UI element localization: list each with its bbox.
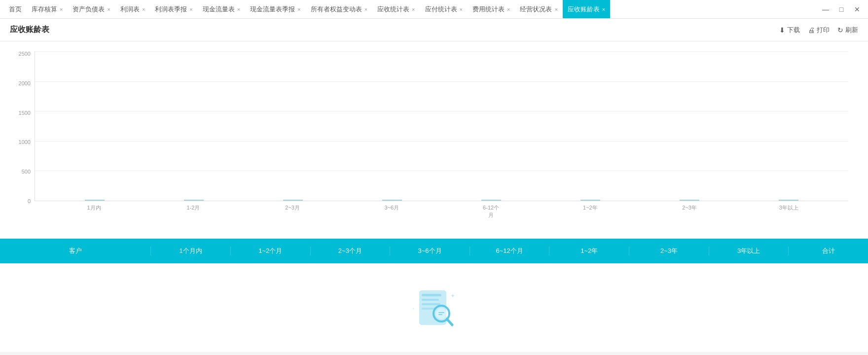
svg-text:✦: ✦	[450, 292, 455, 299]
tab-equity[interactable]: 所有者权益变动表 ×	[306, 0, 372, 19]
x-label-3: 2~3月	[283, 204, 302, 219]
tab-cashflow-quarterly[interactable]: 现金流量表季报 ×	[245, 0, 305, 19]
x-labels: 1月内 1-2月 2~3月 3~6月 6-12个月 1~2年 2~3年 3年以上	[35, 204, 848, 219]
refresh-button[interactable]: ↻ 刷新	[837, 26, 858, 35]
bar-group-1	[85, 200, 105, 201]
x-label-5: 6-12个月	[481, 204, 501, 219]
bar-2-3-year	[680, 200, 699, 201]
empty-state: ✦ ✦	[0, 263, 868, 352]
bar-3plus-year	[779, 200, 798, 201]
table-header: 客户 1个月内 1~2个月 2~3个月 3~6个月 6~12个月 1~2年 2~…	[0, 239, 868, 263]
tab-cashflow[interactable]: 现金流量表 ×	[198, 0, 245, 19]
close-operations[interactable]: ×	[554, 6, 557, 12]
close-receivable-stats[interactable]: ×	[412, 6, 415, 12]
tab-payable-stats[interactable]: 应付统计表 ×	[420, 0, 468, 19]
tab-expense-stats[interactable]: 费用统计表 ×	[468, 0, 515, 19]
bar-1-2-year	[580, 200, 600, 201]
main-content: 2500 2000 1500 1000 500 0	[0, 41, 868, 352]
x-label-7: 2~3年	[680, 204, 699, 219]
bar-1-2-month	[184, 200, 204, 201]
y-label-0: 0	[28, 199, 31, 204]
th-6-12month: 6~12个月	[470, 247, 550, 255]
close-inventory[interactable]: ×	[60, 6, 63, 12]
bar-1-month	[85, 200, 105, 201]
bar-group-5	[481, 200, 501, 201]
th-3-6month: 3~6个月	[390, 247, 470, 255]
chart-grid	[35, 51, 848, 201]
tab-profit[interactable]: 利润表 ×	[115, 0, 150, 19]
bars-row	[35, 51, 848, 201]
tab-aging[interactable]: 应收账龄表 ×	[563, 0, 610, 19]
y-label-500: 500	[22, 169, 31, 175]
download-icon: ⬇	[779, 26, 785, 34]
y-axis: 2500 2000 1500 1000 500 0	[10, 51, 35, 204]
bar-group-7	[680, 200, 699, 201]
refresh-icon: ↻	[837, 26, 843, 34]
close-cashflow-quarterly[interactable]: ×	[297, 6, 300, 12]
print-icon: 🖨	[808, 26, 815, 34]
svg-text:✦: ✦	[412, 307, 415, 311]
tab-inventory[interactable]: 库存核算 ×	[27, 0, 68, 19]
svg-line-7	[447, 319, 452, 325]
close-aging[interactable]: ×	[602, 6, 605, 12]
close-profit-quarterly[interactable]: ×	[189, 6, 192, 12]
svg-point-6	[436, 308, 447, 319]
close-profit[interactable]: ×	[142, 6, 145, 12]
x-label-6: 1~2年	[580, 204, 600, 219]
page-title: 应收账龄表	[10, 25, 49, 35]
close-cashflow[interactable]: ×	[237, 6, 240, 12]
tab-receivable-stats[interactable]: 应收统计表 ×	[372, 0, 420, 19]
th-3plus: 3年以上	[709, 247, 789, 255]
tab-profit-quarterly[interactable]: 利润表季报 ×	[150, 0, 197, 19]
chart-inner: 1月内 1-2月 2~3月 3~6月 6-12个月 1~2年 2~3年 3年以上	[35, 51, 848, 219]
th-total: 合计	[789, 247, 868, 255]
header-actions: ⬇ 下载 🖨 打印 ↻ 刷新	[779, 26, 858, 35]
th-2-3year: 2~3年	[629, 247, 709, 255]
tab-operations[interactable]: 经营状况表 ×	[515, 0, 562, 19]
th-1-2year: 1~2年	[549, 247, 629, 255]
empty-illustration: ✦ ✦	[407, 283, 461, 332]
th-customer: 客户	[0, 247, 151, 255]
x-label-8: 3年以上	[779, 204, 798, 219]
svg-rect-9	[438, 314, 442, 315]
download-button[interactable]: ⬇ 下载	[779, 26, 800, 35]
bar-group-4	[382, 200, 402, 201]
maximize-button[interactable]: □	[834, 2, 848, 16]
x-label-4: 3~6月	[382, 204, 401, 219]
close-balance[interactable]: ×	[107, 6, 110, 12]
bar-3-6-month	[382, 200, 402, 201]
bar-group-2	[184, 200, 204, 201]
y-label-1000: 1000	[19, 140, 31, 145]
tab-balance[interactable]: 资产负债表 ×	[68, 0, 115, 19]
x-label-1: 1月内	[84, 204, 104, 219]
close-payable-stats[interactable]: ×	[460, 6, 463, 12]
svg-rect-3	[422, 303, 440, 305]
bar-6-12-month	[481, 200, 501, 201]
print-button[interactable]: 🖨 打印	[808, 26, 830, 35]
svg-rect-8	[438, 312, 444, 313]
th-2-3month: 2~3个月	[311, 247, 391, 255]
tab-home[interactable]: 首页	[4, 5, 27, 14]
bar-group-3	[283, 200, 303, 201]
y-label-1500: 1500	[19, 110, 31, 116]
bar-2-3-month	[283, 200, 303, 201]
minimize-button[interactable]: —	[819, 2, 832, 16]
svg-rect-2	[422, 299, 439, 301]
x-label-2: 1-2月	[183, 204, 203, 219]
tab-bar: 首页 库存核算 × 资产负债表 × 利润表 × 利润表季报 × 现金流量表 × …	[0, 0, 868, 19]
chart-area: 2500 2000 1500 1000 500 0	[0, 41, 868, 239]
y-label-2000: 2000	[19, 81, 31, 86]
close-expense-stats[interactable]: ×	[507, 6, 510, 12]
th-1-2month: 1~2个月	[231, 247, 311, 255]
close-equity[interactable]: ×	[364, 6, 367, 12]
y-label-2500top: 2500	[19, 51, 31, 57]
close-button[interactable]: ✕	[850, 2, 864, 16]
bar-group-6	[580, 200, 600, 201]
svg-rect-1	[422, 294, 441, 296]
bar-group-8	[779, 200, 798, 201]
chart-container: 2500 2000 1500 1000 500 0	[10, 51, 848, 219]
window-controls: — □ ✕	[819, 2, 864, 16]
page-header: 应收账龄表 ⬇ 下载 🖨 打印 ↻ 刷新	[0, 19, 868, 41]
th-1month: 1个月内	[151, 247, 231, 255]
